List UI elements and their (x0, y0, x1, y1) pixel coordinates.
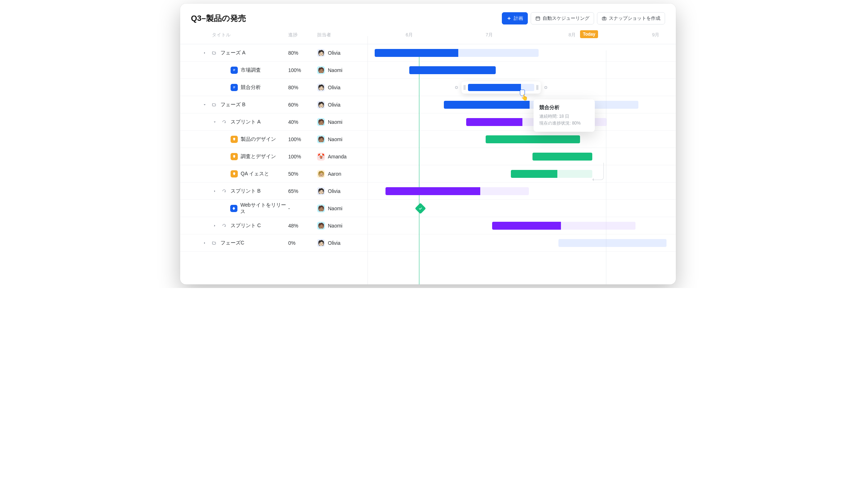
avatar: 🧑🏽 (317, 135, 325, 143)
assignee-name: Olivia (328, 102, 340, 108)
task-label: スプリント C (231, 222, 261, 229)
chevron-right-icon[interactable] (202, 50, 208, 56)
timeline-cell[interactable] (367, 131, 676, 148)
snapshot-button[interactable]: スナップショットを作成 (597, 12, 665, 24)
timeline-cell[interactable] (367, 148, 676, 165)
col-title: タイトル (180, 32, 288, 40)
month-label: 9月 (652, 32, 659, 38)
timeline-cell[interactable] (367, 113, 676, 131)
assignee-name: Olivia (328, 50, 340, 56)
sprint-icon (220, 188, 228, 195)
task-label: Webサイトをリリース (240, 202, 288, 215)
gantt-bar[interactable] (558, 239, 666, 247)
progress-value: 100% (288, 67, 317, 73)
col-assignee: 担当者 (317, 32, 367, 40)
svg-rect-1 (602, 17, 606, 20)
timeline-cell[interactable] (367, 200, 676, 217)
timeline-header: 6月7月8月9月Today (367, 32, 676, 40)
task-row[interactable]: 競合分析80%🧑🏻Olivia👆 (180, 79, 676, 96)
timeline-cell[interactable]: 👆 (367, 79, 676, 96)
avatar: 🧑🏽 (317, 118, 325, 126)
month-label: 6月 (406, 32, 413, 38)
task-row[interactable]: スプリント B65%🧑🏻Olivia (180, 183, 676, 200)
gantt-bar[interactable] (444, 101, 638, 109)
gantt-bar[interactable] (532, 153, 592, 161)
progress-handle[interactable] (520, 90, 525, 96)
page-title: Q3–製品の発売 (191, 13, 246, 24)
milestone-marker[interactable] (415, 203, 426, 214)
task-label: 調査とデザイン (241, 153, 276, 160)
progress-value: 65% (288, 188, 317, 194)
caret-spacer (222, 206, 227, 211)
task-row[interactable]: フェーズ B60%🧑🏻Olivia (180, 96, 676, 113)
dependency-arrow (593, 163, 604, 180)
today-tag[interactable]: Today (580, 30, 598, 38)
gantt-bar[interactable] (409, 66, 496, 74)
gantt-bar[interactable] (486, 135, 580, 143)
gantt-bar[interactable] (385, 187, 529, 195)
avatar: 🧑🏼 (317, 170, 325, 178)
plus-icon (507, 16, 512, 21)
task-rows: フェーズ A80%🧑🏻Olivia市場調査100%🧑🏽Naomi競合分析80%🧑… (180, 44, 676, 252)
task-row[interactable]: スプリント A40%🧑🏽Naomi (180, 113, 676, 131)
timeline-cell[interactable] (367, 62, 676, 79)
plan-button-label: 計画 (514, 15, 523, 22)
sprint-icon (220, 118, 228, 126)
gantt-bar[interactable] (511, 170, 592, 178)
avatar: 🧑🏻 (317, 84, 325, 91)
diamond-icon (230, 205, 237, 212)
month-label: 8月 (569, 32, 576, 38)
task-row[interactable]: スプリント C48%🧑🏽Naomi (180, 217, 676, 234)
resize-handle-left[interactable] (464, 85, 466, 90)
timeline-cell[interactable] (367, 44, 676, 62)
timeline-cell[interactable] (367, 165, 676, 183)
gantt-bar-selected[interactable] (462, 81, 541, 94)
timeline-cell[interactable] (367, 217, 676, 234)
progress-value: 80% (288, 50, 317, 56)
assignee-name: Naomi (328, 119, 342, 125)
task-row[interactable]: 製品のデザイン100%🧑🏽Naomi (180, 131, 676, 148)
task-row[interactable]: フェーズ A80%🧑🏻Olivia (180, 44, 676, 62)
caret-spacer (222, 136, 228, 142)
timeline-cell[interactable] (367, 234, 676, 252)
task-row[interactable]: Webサイトをリリース-🧑🏽Naomi (180, 200, 676, 217)
chevron-right-icon[interactable] (212, 223, 218, 229)
gantt-bar[interactable] (492, 222, 636, 230)
timeline-cell[interactable] (367, 96, 676, 113)
auto-schedule-label: 自動スケジューリング (543, 15, 589, 22)
calendar-icon (535, 16, 540, 21)
assignee-name: Olivia (328, 240, 340, 246)
bulb-icon (231, 136, 238, 143)
task-label: 市場調査 (241, 67, 261, 73)
header-actions: 計画 自動スケジューリング スナップショットを作成 (502, 12, 665, 24)
resize-handle-right[interactable] (536, 85, 539, 90)
task-label: スプリント B (231, 188, 260, 194)
doc-icon (231, 67, 238, 74)
chevron-right-icon[interactable] (202, 240, 208, 246)
task-label: フェーズ A (220, 50, 245, 56)
plan-button[interactable]: 計画 (502, 12, 528, 24)
task-row[interactable]: フェーズC0%🧑🏻Olivia (180, 234, 676, 252)
task-label: フェーズC (220, 240, 244, 246)
assignee-name: Naomi (328, 223, 342, 229)
caret-spacer (222, 154, 228, 159)
gantt-bar[interactable] (375, 49, 539, 57)
connector-dot-right[interactable] (544, 86, 547, 89)
chevron-right-icon[interactable] (212, 188, 218, 194)
task-label: QA イェスと (241, 171, 269, 177)
bulb-icon (231, 170, 238, 177)
task-row[interactable]: 市場調査100%🧑🏽Naomi (180, 62, 676, 79)
gantt-bar[interactable] (466, 118, 607, 126)
timeline-cell[interactable] (367, 183, 676, 200)
chevron-down-icon[interactable] (202, 102, 208, 108)
avatar: 🧑🏻 (317, 239, 325, 247)
avatar: 🧑🏽 (317, 66, 325, 74)
assignee-name: Amanda (328, 154, 347, 159)
progress-value: 80% (288, 85, 317, 90)
chevron-down-icon[interactable] (212, 119, 218, 125)
assignee-name: Olivia (328, 188, 340, 194)
connector-dot-left[interactable] (455, 86, 458, 89)
month-label: 7月 (486, 32, 493, 38)
task-label: スプリント A (231, 119, 260, 125)
auto-schedule-button[interactable]: 自動スケジューリング (531, 12, 594, 24)
